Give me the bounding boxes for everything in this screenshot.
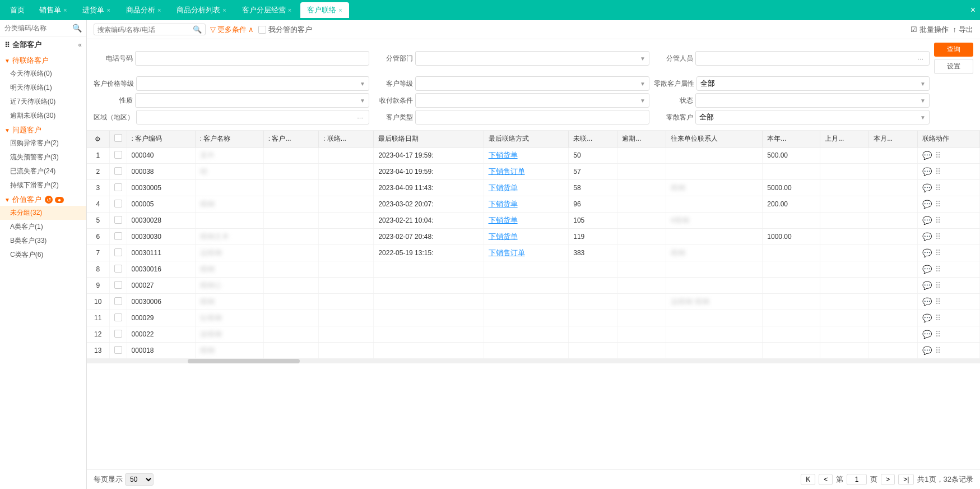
chat-icon[interactable]: 💬	[922, 151, 932, 160]
grid-action-icon[interactable]: ⠿	[935, 330, 941, 339]
cell-checkbox[interactable]	[109, 229, 127, 245]
dept-select[interactable]: ▼	[415, 51, 649, 66]
query-button[interactable]: 查询	[934, 43, 973, 57]
pending-group-label[interactable]: ▼ 待联络客户	[0, 53, 86, 67]
status-select[interactable]: ▼	[695, 93, 930, 108]
sidebar-item-tomorrow[interactable]: 明天待联络(1)	[0, 81, 86, 95]
payment-select[interactable]: ▼	[415, 93, 649, 108]
price-level-select[interactable]: ▼	[136, 76, 369, 91]
first-page-btn[interactable]: K	[801, 474, 815, 485]
close-tab-sales[interactable]: ×	[63, 7, 67, 13]
per-page-select[interactable]: 50 100 200	[125, 473, 154, 486]
tab-customer-contact[interactable]: 客户联络 ×	[300, 2, 349, 18]
chat-icon[interactable]: 💬	[922, 183, 932, 192]
chat-icon[interactable]: 💬	[922, 167, 932, 176]
person-dots[interactable]: ···	[915, 54, 926, 63]
cell-checkbox[interactable]	[109, 326, 127, 343]
grid-action-icon[interactable]: ⠿	[935, 313, 941, 322]
filter-search-input[interactable]	[97, 26, 191, 34]
problem-group-label[interactable]: ▼ 问题客户	[0, 123, 86, 136]
collapse-icon[interactable]: «	[78, 41, 82, 49]
sidebar-item-churned[interactable]: 已流失客户(24)	[0, 164, 86, 178]
grid-action-icon[interactable]: ⠿	[935, 248, 941, 257]
filter-search-box[interactable]: 🔍	[94, 24, 206, 35]
close-tab-purchase[interactable]: ×	[106, 7, 110, 13]
cell-checkbox[interactable]	[109, 245, 127, 261]
grid-action-icon[interactable]: ⠿	[935, 281, 941, 290]
sidebar-item-declining[interactable]: 持续下滑客户(2)	[0, 178, 86, 192]
value-group-label[interactable]: ▼ 价值客户 ↺ ●	[0, 192, 86, 206]
my-customers-checkbox[interactable]: 我分管的客户	[258, 25, 312, 35]
cell-checkbox[interactable]	[109, 261, 127, 278]
col-checkbox[interactable]	[109, 131, 127, 147]
next-page-btn[interactable]: >	[881, 474, 895, 485]
chat-icon[interactable]: 💬	[922, 265, 932, 274]
sidebar-search-box[interactable]: 🔍	[0, 20, 86, 36]
cell-checkbox[interactable]	[109, 213, 127, 229]
close-tab-analysis[interactable]: ×	[157, 7, 161, 13]
sidebar-item-7days[interactable]: 近7天待联络(0)	[0, 95, 86, 109]
chat-icon[interactable]: 💬	[922, 200, 932, 209]
cell-checkbox[interactable]	[109, 180, 127, 196]
cell-checkbox[interactable]	[109, 343, 127, 359]
sidebar-search-input[interactable]	[4, 24, 70, 32]
chat-icon[interactable]: 💬	[922, 281, 932, 290]
cell-checkbox[interactable]	[109, 294, 127, 310]
close-tab-tier[interactable]: ×	[288, 7, 291, 13]
close-tab-product-list[interactable]: ×	[222, 7, 226, 13]
last-page-btn[interactable]: >|	[898, 474, 914, 485]
grid-action-icon[interactable]: ⠿	[935, 167, 941, 176]
cell-checkbox[interactable]	[109, 310, 127, 326]
sidebar-item-a-class[interactable]: A类客户(1)	[0, 220, 86, 234]
chat-icon[interactable]: 💬	[922, 330, 932, 339]
horizontal-scrollbar-track[interactable]	[87, 359, 980, 363]
grid-action-icon[interactable]: ⠿	[935, 346, 941, 355]
phone-input[interactable]	[135, 51, 369, 66]
chat-icon[interactable]: 💬	[922, 346, 932, 355]
reset-button[interactable]: 设置	[934, 59, 973, 74]
grid-action-icon[interactable]: ⠿	[935, 216, 941, 225]
cell-checkbox[interactable]	[109, 278, 127, 294]
page-input[interactable]	[847, 474, 867, 485]
grid-action-icon[interactable]: ⠿	[935, 151, 941, 160]
tab-customer-tier[interactable]: 客户分层经营 ×	[235, 2, 298, 18]
more-conditions-btn[interactable]: ▽ 更多条件 ∧	[210, 25, 254, 35]
region-dots[interactable]: ···	[355, 113, 365, 122]
my-customers-checkbox-box[interactable]	[258, 26, 266, 34]
cust-level-select[interactable]: ▼	[415, 76, 649, 91]
export-btn[interactable]: ↑ 导出	[953, 25, 974, 35]
chat-icon[interactable]: 💬	[922, 297, 932, 306]
cell-checkbox[interactable]	[109, 147, 127, 164]
grid-action-icon[interactable]: ⠿	[935, 200, 941, 209]
retail-attr-select[interactable]: 全部 ▼	[696, 76, 930, 91]
col-setting[interactable]: ⚙	[87, 131, 109, 147]
grid-action-icon[interactable]: ⠿	[935, 265, 941, 274]
grid-action-icon[interactable]: ⠿	[935, 183, 941, 192]
grid-action-icon[interactable]: ⠿	[935, 232, 941, 241]
sidebar-item-churn-warn[interactable]: 流失预警客户(3)	[0, 150, 86, 164]
retail-cust-select[interactable]: 全部 ▼	[695, 110, 930, 124]
cust-type-select[interactable]	[415, 110, 649, 124]
batch-operation-btn[interactable]: ☑ 批量操作	[911, 25, 949, 35]
home-tab[interactable]: 首页	[4, 5, 30, 15]
grid-action-icon[interactable]: ⠿	[935, 297, 941, 306]
sidebar-item-abnormal[interactable]: 回购异常客户(2)	[0, 136, 86, 150]
person-select[interactable]: ···	[695, 51, 930, 66]
cell-checkbox[interactable]	[109, 164, 127, 180]
sidebar-item-today[interactable]: 今天待联络(0)	[0, 67, 86, 81]
close-tab-contact[interactable]: ×	[338, 7, 342, 13]
sidebar-item-overdue[interactable]: 逾期未联络(30)	[0, 109, 86, 123]
horizontal-scrollbar-thumb[interactable]	[188, 359, 300, 363]
region-select[interactable]: ···	[136, 110, 369, 124]
tab-purchase[interactable]: 进货单 ×	[76, 2, 117, 18]
tab-product-analysis[interactable]: 商品分析 ×	[119, 2, 168, 18]
prev-page-btn[interactable]: <	[819, 474, 833, 485]
close-window-icon[interactable]: ×	[970, 5, 976, 15]
tab-sales-order[interactable]: 销售单 ×	[32, 2, 73, 18]
sidebar-item-ungroup[interactable]: 未分组(32)	[0, 206, 86, 220]
chat-icon[interactable]: 💬	[922, 216, 932, 225]
all-customers-header[interactable]: ⠿ 全部客户 «	[0, 36, 86, 53]
tab-product-list[interactable]: 商品分析列表 ×	[170, 2, 233, 18]
nature-select[interactable]: ▼	[135, 93, 369, 108]
chat-icon[interactable]: 💬	[922, 248, 932, 257]
